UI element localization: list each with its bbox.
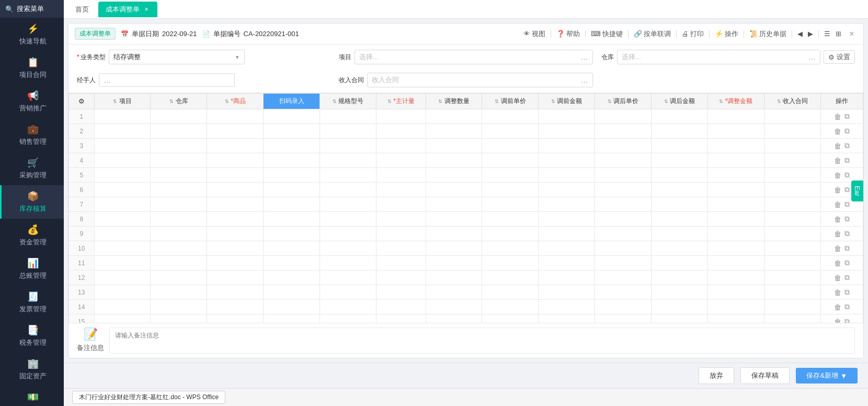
view-btn[interactable]: 👁 视图 (523, 29, 545, 39)
row-scan[interactable] (264, 197, 320, 212)
row-pre-price[interactable] (482, 212, 539, 227)
row-pre-amt[interactable] (539, 124, 595, 139)
row-pre-price[interactable] (482, 168, 539, 183)
row-project[interactable] (94, 183, 151, 197)
sidebar-item-project-contract[interactable]: 📋 项目合同 (0, 51, 64, 85)
row-adj-qty[interactable] (426, 256, 482, 270)
copy-icon[interactable]: ⧉ (844, 127, 850, 136)
row-post-price[interactable] (595, 256, 652, 270)
row-unit[interactable] (376, 168, 426, 183)
row-goods[interactable] (207, 212, 264, 227)
delete-icon[interactable]: 🗑 (834, 112, 841, 121)
project-ellipsis-btn[interactable]: … (581, 53, 588, 61)
row-pre-amt[interactable] (539, 183, 595, 197)
row-post-price[interactable] (595, 139, 652, 153)
nav-next-btn[interactable]: ▶ (808, 30, 813, 38)
row-adj-amt[interactable] (708, 109, 764, 124)
row-pre-price[interactable] (482, 124, 539, 139)
delete-icon[interactable]: 🗑 (834, 230, 841, 238)
col-header-scan[interactable]: 扫码录入 (264, 94, 320, 109)
handler-input[interactable]: … (99, 73, 235, 87)
row-pre-price[interactable] (482, 109, 539, 124)
row-income[interactable] (764, 227, 820, 241)
sidebar-item-fixed-assets[interactable]: 🏢 固定资产 (0, 353, 64, 386)
copy-icon[interactable]: ⧉ (844, 141, 850, 150)
row-adj-amt[interactable] (708, 270, 764, 285)
row-pre-price[interactable] (482, 314, 539, 323)
copy-icon[interactable]: ⧉ (844, 302, 850, 311)
row-income[interactable] (764, 183, 820, 197)
sidebar-item-inventory-calc[interactable]: 📦 库存核算 (0, 185, 64, 219)
row-spec[interactable] (320, 124, 376, 139)
row-post-amt[interactable] (652, 241, 708, 256)
row-income[interactable] (764, 139, 820, 153)
row-goods[interactable] (207, 241, 264, 256)
row-goods[interactable] (207, 139, 264, 153)
copy-icon[interactable]: ⧉ (844, 156, 850, 165)
row-income[interactable] (764, 197, 820, 212)
row-pre-amt[interactable] (539, 197, 595, 212)
row-warehouse[interactable] (151, 197, 207, 212)
row-pre-price[interactable] (482, 300, 539, 314)
sidebar-item-invoice-mgmt[interactable]: 🧾 发票管理 (0, 286, 64, 319)
settings-button[interactable]: ⚙ 设置 (824, 50, 855, 64)
row-warehouse[interactable] (151, 139, 207, 153)
row-pre-amt[interactable] (539, 168, 595, 183)
row-warehouse[interactable] (151, 285, 207, 300)
row-post-amt[interactable] (652, 285, 708, 300)
row-warehouse[interactable] (151, 212, 207, 227)
row-project[interactable] (94, 212, 151, 227)
row-warehouse[interactable] (151, 153, 207, 168)
row-post-amt[interactable] (652, 300, 708, 314)
help-btn[interactable]: ❓ 帮助 (556, 29, 580, 39)
row-income[interactable] (764, 256, 820, 270)
row-spec[interactable] (320, 270, 376, 285)
row-adj-amt[interactable] (708, 212, 764, 227)
row-spec[interactable] (320, 314, 376, 323)
row-adj-amt[interactable] (708, 241, 764, 256)
row-warehouse[interactable] (151, 300, 207, 314)
delete-icon[interactable]: 🗑 (834, 259, 841, 267)
row-pre-amt[interactable] (539, 227, 595, 241)
row-post-amt[interactable] (652, 183, 708, 197)
row-scan[interactable] (264, 241, 320, 256)
row-adj-amt[interactable] (708, 285, 764, 300)
row-scan[interactable] (264, 212, 320, 227)
row-goods[interactable] (207, 183, 264, 197)
row-adj-qty[interactable] (426, 285, 482, 300)
save-draft-button[interactable]: 保存草稿 (740, 367, 790, 384)
row-spec[interactable] (320, 285, 376, 300)
row-post-price[interactable] (595, 212, 652, 227)
copy-icon[interactable]: ⧉ (844, 258, 850, 267)
row-unit[interactable] (376, 314, 426, 323)
business-type-select[interactable]: 结存调整 ▼ (109, 50, 245, 64)
row-post-price[interactable] (595, 124, 652, 139)
row-project[interactable] (94, 139, 151, 153)
row-pre-amt[interactable] (539, 300, 595, 314)
row-spec[interactable] (320, 153, 376, 168)
row-pre-price[interactable] (482, 256, 539, 270)
handler-ellipsis-btn[interactable]: … (104, 76, 111, 84)
row-adj-amt[interactable] (708, 227, 764, 241)
col-header-settings[interactable]: ⚙ (69, 94, 95, 109)
delete-icon[interactable]: 🗑 (834, 186, 841, 194)
row-project[interactable] (94, 197, 151, 212)
row-post-price[interactable] (595, 285, 652, 300)
row-post-amt[interactable] (652, 124, 708, 139)
row-warehouse[interactable] (151, 227, 207, 241)
row-adj-amt[interactable] (708, 168, 764, 183)
row-adj-amt[interactable] (708, 300, 764, 314)
row-scan[interactable] (264, 285, 320, 300)
row-post-amt[interactable] (652, 168, 708, 183)
row-warehouse[interactable] (151, 314, 207, 323)
row-unit[interactable] (376, 124, 426, 139)
row-unit[interactable] (376, 139, 426, 153)
row-goods[interactable] (207, 124, 264, 139)
row-scan[interactable] (264, 153, 320, 168)
list-view-btn[interactable]: ☰ (824, 30, 830, 38)
delete-icon[interactable]: 🗑 (834, 142, 841, 150)
copy-icon[interactable]: ⧉ (844, 200, 850, 209)
row-project[interactable] (94, 285, 151, 300)
copy-icon[interactable]: ⧉ (844, 273, 850, 282)
row-project[interactable] (94, 270, 151, 285)
